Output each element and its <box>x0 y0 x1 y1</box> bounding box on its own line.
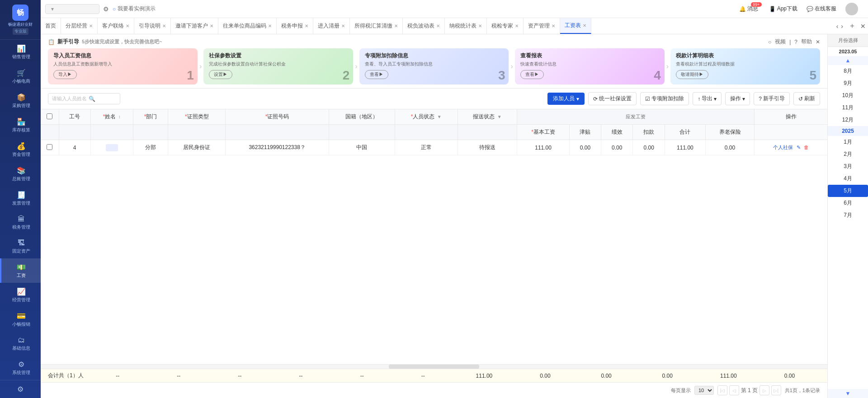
tab-customer[interactable]: 客户联络✕ <box>98 18 134 34</box>
th-checkbox[interactable] <box>41 109 59 125</box>
search-icon[interactable]: 🔍 <box>89 96 95 102</box>
user-avatar[interactable] <box>845 3 858 15</box>
last-page-button[interactable]: ▷| <box>771 385 781 395</box>
tab-home[interactable]: 首页 <box>41 18 61 34</box>
unified-social-button[interactable]: ⟳ 统一社保设置 <box>588 92 637 105</box>
guide-close-icon[interactable]: ✕ <box>816 39 820 45</box>
tab-close-tiered[interactable]: ✕ <box>89 23 93 28</box>
guide-step-btn-1[interactable]: 导入▶ <box>53 70 77 79</box>
prev-page-button[interactable]: ◁ <box>729 385 739 395</box>
tab-close-clearance[interactable]: ✕ <box>341 23 345 28</box>
sidebar-item-sales[interactable]: 📊 销售管理 <box>0 40 41 64</box>
month-nav-down-button[interactable]: ▼ <box>828 389 868 398</box>
demo-button[interactable]: ○ 我要看实例演示 <box>113 5 156 13</box>
tab-tax_report[interactable]: 税务申报✕ <box>277 18 313 34</box>
action-delete-0[interactable]: 🗑 <box>804 145 809 150</box>
tab-close-tax_relief[interactable]: ✕ <box>436 23 440 28</box>
sidebar-item-crm[interactable]: 💳 小畅报销 <box>0 307 41 332</box>
header-settings-icon[interactable]: ⚙ <box>103 5 109 13</box>
tab-commodity[interactable]: 往来单位商品编码✕ <box>218 18 277 34</box>
sidebar-item-inventory[interactable]: 🏪 库存核算 <box>0 113 41 137</box>
guide-step-btn-4[interactable]: 查看▶ <box>520 70 544 79</box>
search-container[interactable]: 请输入人员姓名 🔍 <box>48 93 120 104</box>
sidebar-item-purchase[interactable]: 📦 采购管理 <box>0 89 41 113</box>
tab-prev-button[interactable]: ‹ <box>835 22 840 31</box>
sidebar-item-salary[interactable]: 💵 工资 <box>0 258 41 283</box>
guide-step-btn-5[interactable]: 敬请期待▶ <box>676 70 708 79</box>
guide-step-btn-2[interactable]: 设置▶ <box>209 70 232 79</box>
company-selector[interactable]: ▾ <box>45 4 99 14</box>
tab-invite[interactable]: 邀请下游客户✕ <box>171 18 218 34</box>
app-download-button[interactable]: 📱 App下载 <box>769 5 797 13</box>
settings-icon[interactable]: ⚙ <box>17 385 24 393</box>
month-item-0[interactable]: 8月 <box>828 65 868 77</box>
special-deduction-button[interactable]: ☑ 专项附加扣除 <box>640 92 689 105</box>
tab-close-asset[interactable]: ✕ <box>552 23 555 28</box>
first-page-button[interactable]: |◁ <box>717 385 727 395</box>
guide-step-btn-3[interactable]: 查看▶ <box>365 70 388 79</box>
operation-button[interactable]: 操作 ▾ <box>725 92 750 105</box>
month-item-3[interactable]: 11月 <box>828 102 868 114</box>
tab-tax_stats2[interactable]: 纳税统计表✕ <box>445 18 487 34</box>
select-all-checkbox[interactable] <box>47 113 52 119</box>
sidebar-item-system[interactable]: ⚙ 系统管理 <box>0 356 41 380</box>
month-item-12[interactable]: 7月 <box>828 209 868 221</box>
tab-close-tax_stats2[interactable]: ✕ <box>478 23 482 28</box>
table-scrollbar[interactable] <box>41 364 827 369</box>
sidebar-bottom[interactable]: ⚙ <box>0 380 41 398</box>
row-checkbox-0[interactable] <box>41 140 59 155</box>
tab-tax_check[interactable]: 税检专家✕ <box>487 18 524 34</box>
month-item-9[interactable]: 4月 <box>828 173 868 185</box>
per-page-select[interactable]: 10 20 50 <box>694 386 714 395</box>
tab-close-tax_report[interactable]: ✕ <box>305 23 308 28</box>
export-button[interactable]: ↑ 导出 ▾ <box>693 92 722 105</box>
new-guide-button[interactable]: ? 新手引导 <box>754 92 790 105</box>
tab-close-salary[interactable]: ✕ <box>583 23 586 28</box>
action-social-0[interactable]: 个人社保 <box>773 145 793 150</box>
month-item-11[interactable]: 6月 <box>828 197 868 209</box>
tab-asset[interactable]: 资产管理✕ <box>524 18 560 34</box>
month-item-7[interactable]: 2月 <box>828 148 868 160</box>
tab-tiered[interactable]: 分层经营✕ <box>61 18 98 34</box>
tab-tax_calc[interactable]: 所得税汇算清缴✕ <box>350 18 403 34</box>
tab-label-invite: 邀请下游客户 <box>175 22 208 30</box>
notification-button[interactable]: 🔔 消息 99+ <box>739 5 758 13</box>
tab-close-commodity[interactable]: ✕ <box>268 23 272 28</box>
month-nav-up-button[interactable]: ▲ <box>828 56 868 65</box>
tab-close-guide[interactable]: ✕ <box>162 23 166 28</box>
add-person-button[interactable]: 添加人员 ▾ <box>547 93 585 105</box>
sidebar-item-finance[interactable]: 💰 资金管理 <box>0 137 41 162</box>
month-item-6[interactable]: 1月 <box>828 136 868 148</box>
tab-clearance[interactable]: 进入清册✕ <box>313 18 350 34</box>
tab-guide[interactable]: 引导说明✕ <box>134 18 171 34</box>
action-edit-0[interactable]: ✎ <box>797 145 801 150</box>
guide-help-label[interactable]: 帮助 <box>801 38 812 46</box>
tab-salary[interactable]: 工资表✕ <box>560 18 591 34</box>
tab-close-customer[interactable]: ✕ <box>126 23 129 28</box>
special-deduction-label: 专项附加扣除 <box>651 95 684 103</box>
sidebar-item-fixed[interactable]: 🏗 固定资产 <box>0 234 41 258</box>
tab-tax_relief[interactable]: 税负波动表✕ <box>403 18 445 34</box>
tab-close-tax_calc[interactable]: ✕ <box>394 23 398 28</box>
sidebar-item-ops[interactable]: 📈 经营管理 <box>0 283 41 307</box>
sidebar-item-invoice[interactable]: 🧾 发票管理 <box>0 186 41 211</box>
month-item-10[interactable]: 5月 <box>828 185 868 197</box>
tab-close-invite[interactable]: ✕ <box>210 23 213 28</box>
month-item-2[interactable]: 10月 <box>828 89 868 102</box>
month-item-1[interactable]: 9月 <box>828 77 868 89</box>
online-service-button[interactable]: 💬 在线客服 <box>807 5 836 13</box>
sidebar-item-base[interactable]: 🗂 基础信息 <box>0 332 41 356</box>
month-item-4[interactable]: 12月 <box>828 114 868 126</box>
guide-title-text: 新手引导 <box>57 38 79 46</box>
refresh-button[interactable]: ↺ 刷新 <box>793 92 820 105</box>
sidebar-item-ledger[interactable]: 📚 总账管理 <box>0 162 41 186</box>
sidebar-item-tax[interactable]: 🏛 税务管理 <box>0 211 41 234</box>
guide-video-label[interactable]: 视频 <box>775 38 786 46</box>
next-page-button[interactable]: ▷ <box>760 385 769 395</box>
sidebar-item-ecommerce[interactable]: 🛒 小畅电商 <box>0 64 41 89</box>
tab-next-button[interactable]: › <box>840 22 844 31</box>
tab-close-tax_check[interactable]: ✕ <box>515 23 519 28</box>
month-item-8[interactable]: 3月 <box>828 160 868 173</box>
tab-add-button[interactable]: ＋ <box>846 21 858 31</box>
tab-close-all-button[interactable]: ✕ <box>858 23 868 30</box>
